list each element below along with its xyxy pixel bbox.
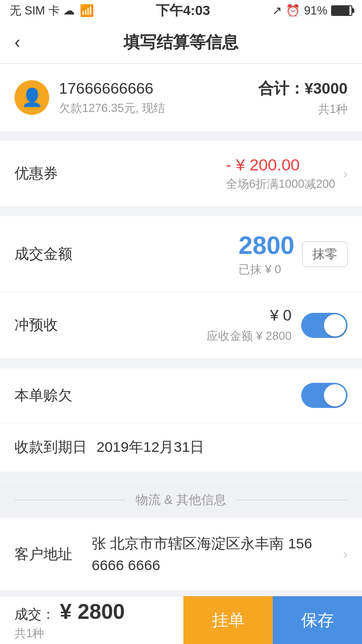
deal-amount-value: 2800 xyxy=(238,231,294,260)
address-row[interactable]: 客户地址 张 北京市市辖区海淀区永丰南 156 6666 6666 › xyxy=(0,518,362,590)
divider-2 xyxy=(0,207,362,216)
total-amount: 合计：¥3000 xyxy=(258,78,348,99)
prepay-toggle[interactable] xyxy=(301,313,348,338)
divider-4 xyxy=(0,472,362,482)
user-info: 17666666666 欠款1276.35元, 现结 xyxy=(59,80,165,116)
divider-3 xyxy=(0,359,362,368)
debt-row: 本单赊欠 xyxy=(0,368,362,423)
divider-1 xyxy=(0,131,362,141)
prepay-sub: 应收金额 ¥ 2800 xyxy=(207,328,292,344)
content: 👤 17666666666 欠款1276.35元, 现结 合计：¥3000 共1… xyxy=(0,64,362,644)
deal-amount-label: 成交金额 xyxy=(14,244,72,264)
battery-icon xyxy=(331,5,352,16)
user-info-card: 👤 17666666666 欠款1276.35元, 现结 合计：¥3000 共1… xyxy=(0,64,362,131)
logistics-divider: 物流 & 其他信息 xyxy=(0,482,362,518)
hang-button[interactable]: 挂单 xyxy=(183,596,273,644)
prepay-row: 冲预收 ¥ 0 应收金额 ¥ 2800 xyxy=(0,292,362,359)
coupon-sub: 全场6折满1000减200 xyxy=(226,176,335,192)
deal-amount-right: 2800 已抹 ¥ 0 抹零 xyxy=(238,231,348,277)
logistics-line-left xyxy=(14,500,126,500)
prepay-row-right: ¥ 0 应收金额 ¥ 2800 xyxy=(207,307,348,344)
prepay-label: 冲预收 xyxy=(14,315,58,335)
debt-toggle-knob xyxy=(324,384,346,406)
battery-percent: 91% xyxy=(304,4,327,17)
status-time: 下午4:03 xyxy=(156,1,210,20)
status-left: 无 SIM 卡 ☁ 📶 xyxy=(10,3,94,18)
prepay-amount: ¥ 0 xyxy=(270,307,292,324)
footer-bar: 成交： ¥ 2800 共1种 挂单 保存 xyxy=(0,596,362,644)
total-count: 共1种 xyxy=(258,101,348,117)
deal-amount-row: 成交金额 2800 已抹 ¥ 0 抹零 xyxy=(0,216,362,292)
back-button[interactable]: ‹ xyxy=(14,32,20,53)
prepay-value-block: ¥ 0 应收金额 ¥ 2800 xyxy=(207,307,292,344)
user-debt: 欠款1276.35元, 现结 xyxy=(59,100,165,116)
toggle-knob xyxy=(324,314,346,336)
footer-deal-label: 成交： xyxy=(14,605,55,624)
avatar: 👤 xyxy=(14,80,49,115)
coupon-value-block: - ¥ 200.00 全场6折满1000减200 xyxy=(226,155,335,192)
status-right: ↗ ⏰ 91% xyxy=(272,4,352,17)
footer-deal-amount: ¥ 2800 xyxy=(60,600,125,624)
coupon-chevron-icon: › xyxy=(343,166,348,182)
user-left: 👤 17666666666 欠款1276.35元, 现结 xyxy=(14,80,165,116)
location-icon: ↗ xyxy=(272,4,282,17)
user-phone: 17666666666 xyxy=(59,80,165,98)
due-date-row: 收款到期日 2019年12月31日 xyxy=(0,423,362,472)
footer-deal-top: 成交： ¥ 2800 xyxy=(14,600,169,624)
user-right: 合计：¥3000 共1种 xyxy=(258,78,348,117)
debt-label: 本单赊欠 xyxy=(14,386,72,406)
coupon-value: - ¥ 200.00 xyxy=(226,155,335,174)
address-label: 客户地址 xyxy=(14,545,72,564)
deal-amount-block: 2800 已抹 ¥ 0 xyxy=(238,231,294,277)
no-sim-label: 无 SIM 卡 ☁ xyxy=(10,3,75,18)
due-date-value: 2019年12月31日 xyxy=(97,437,204,457)
logistics-label: 物流 & 其他信息 xyxy=(136,491,226,508)
coupon-row[interactable]: 优惠券 - ¥ 200.00 全场6折满1000减200 › xyxy=(0,141,362,207)
footer-deal-count: 共1种 xyxy=(14,626,169,641)
wifi-icon: 📶 xyxy=(80,4,94,17)
footer-deal: 成交： ¥ 2800 共1种 xyxy=(0,600,183,641)
nav-bar: ‹ 填写结算等信息 xyxy=(0,21,362,64)
avatar-icon: 👤 xyxy=(21,87,43,108)
debt-toggle[interactable] xyxy=(301,383,348,408)
status-bar: 无 SIM 卡 ☁ 📶 下午4:03 ↗ ⏰ 91% xyxy=(0,0,362,21)
address-value: 张 北京市市辖区海淀区永丰南 156 6666 6666 xyxy=(92,532,334,576)
round-zero-button[interactable]: 抹零 xyxy=(302,241,348,267)
coupon-right: - ¥ 200.00 全场6折满1000减200 › xyxy=(226,155,348,192)
deal-amount-sub: 已抹 ¥ 0 xyxy=(238,262,294,277)
alarm-icon: ⏰ xyxy=(286,4,300,17)
logistics-line-right xyxy=(236,500,348,500)
save-button[interactable]: 保存 xyxy=(273,596,362,644)
address-chevron-icon: › xyxy=(343,546,348,562)
page-title: 填写结算等信息 xyxy=(124,31,238,54)
due-date-label: 收款到期日 xyxy=(14,437,87,457)
coupon-label: 优惠券 xyxy=(14,164,58,183)
user-row: 👤 17666666666 欠款1276.35元, 现结 合计：¥3000 共1… xyxy=(0,64,362,131)
